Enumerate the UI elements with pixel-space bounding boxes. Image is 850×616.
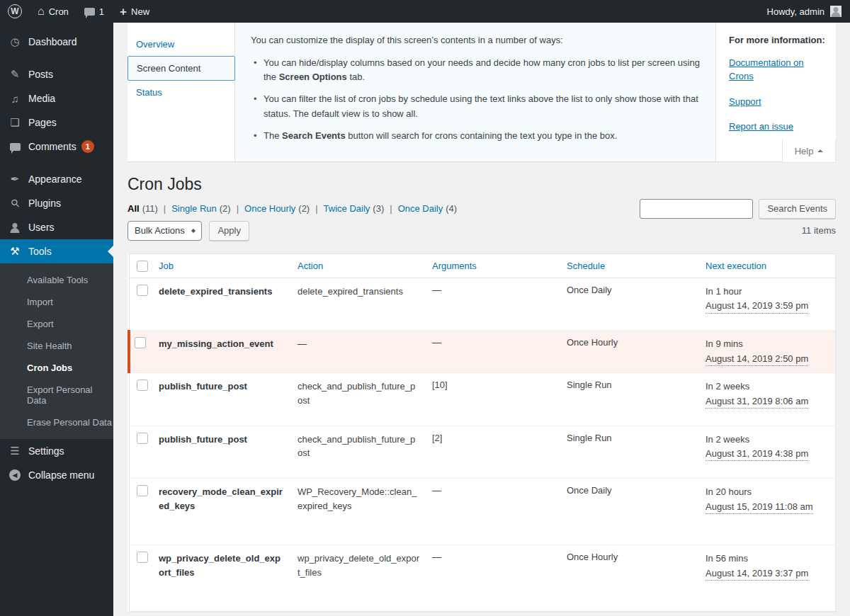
new-label: New: [131, 6, 149, 17]
next-execution-cell: In 20 hoursAugust 15, 2019 11:08 am: [699, 479, 836, 545]
filter-link[interactable]: Twice Daily: [324, 203, 370, 214]
sidebar-item-tools[interactable]: ⚒Tools: [0, 239, 113, 263]
bulk-actions-select[interactable]: Bulk Actions: [128, 221, 202, 241]
row-checkbox[interactable]: [135, 337, 146, 348]
apply-button[interactable]: Apply: [209, 221, 249, 241]
row-checkbox[interactable]: [137, 433, 148, 444]
sidebar-item-media[interactable]: ♫Media: [0, 86, 113, 110]
next-execution-relative: In 2 weeks: [706, 433, 829, 447]
help-link-documentation-on-crons[interactable]: Documentation on Crons: [729, 57, 804, 82]
column-header-arguments[interactable]: Arguments: [426, 253, 560, 278]
help-tab-status[interactable]: Status: [128, 81, 234, 104]
next-execution-cell: In 9 minsAugust 14, 2019 2:50 pm: [699, 331, 836, 373]
sidebar-item-users[interactable]: Users: [0, 215, 113, 239]
filter-link[interactable]: Single Run: [171, 203, 217, 214]
schedule-cell: Once Hourly: [560, 331, 699, 373]
column-header-schedule[interactable]: Schedule: [560, 253, 699, 278]
site-name-label: Cron: [49, 6, 69, 17]
new-content-menu[interactable]: + New: [112, 0, 157, 23]
admin-sidebar: ◷Dashboard✎Posts♫Media❏PagesComments1✒Ap…: [0, 23, 113, 616]
next-execution-date: August 15, 2019 11:08 am: [706, 501, 813, 514]
help-bullet: You can hide/display columns based on yo…: [251, 56, 700, 84]
arguments-cell: —: [426, 278, 560, 331]
sidebar-item-dashboard[interactable]: ◷Dashboard: [0, 30, 113, 54]
comments-count: 1: [99, 6, 104, 17]
row-checkbox-cell: [129, 373, 152, 426]
schedule-cell: Once Hourly: [560, 545, 699, 612]
help-toggle-button[interactable]: Help: [782, 139, 836, 163]
submenu-item-cron-jobs[interactable]: Cron Jobs: [0, 357, 113, 379]
filter-link[interactable]: Once Daily: [398, 203, 443, 214]
action-cell: wp_privacy_delete_old_export_files: [291, 545, 426, 612]
admin-bar-left: W ⌂ Cron 1 + New: [0, 0, 157, 23]
next-execution-relative: In 20 hours: [706, 485, 829, 499]
row-checkbox[interactable]: [137, 285, 148, 296]
help-link-report-an-issue[interactable]: Report an issue: [729, 121, 793, 132]
site-name-menu[interactable]: ⌂ Cron: [30, 0, 76, 23]
sidebar-item-collapse-menu[interactable]: ◀Collapse menu: [0, 463, 113, 487]
wordpress-logo-menu[interactable]: W: [0, 0, 30, 23]
cron-job-row: publish_future_postcheck_and_publish_fut…: [129, 373, 836, 426]
help-toggle-arrow-icon: [817, 147, 823, 152]
submenu-item-available-tools[interactable]: Available Tools: [0, 269, 113, 291]
help-tab-label: Status: [136, 87, 162, 98]
action-cell: delete_expired_transients: [291, 278, 426, 331]
howdy-account-menu[interactable]: Howdy, admin: [767, 6, 824, 17]
row-checkbox[interactable]: [137, 380, 148, 391]
sidebar-item-appearance[interactable]: ✒Appearance: [0, 167, 113, 191]
submenu-item-import[interactable]: Import: [0, 291, 113, 313]
search-events-button[interactable]: Search Events: [759, 199, 836, 219]
help-tab-label: Overview: [136, 39, 174, 50]
arguments-cell: —: [426, 479, 560, 545]
schedule-cell: Once Daily: [560, 278, 699, 331]
sidebar-item-pages[interactable]: ❏Pages: [0, 110, 113, 135]
row-checkbox[interactable]: [137, 485, 148, 496]
help-link-support[interactable]: Support: [729, 96, 761, 107]
help-tab-label: Screen Content: [137, 63, 200, 74]
submenu-item-export[interactable]: Export: [0, 313, 113, 335]
sidebar-item-label: Tools: [28, 246, 52, 257]
submenu-item-export-personal-data[interactable]: Export Personal Data: [0, 379, 113, 411]
pages-icon: ❏: [7, 116, 23, 129]
sidebar-item-plugins[interactable]: ⚲Plugins: [0, 191, 113, 215]
submenu-item-erase-personal-data[interactable]: Erase Personal Data: [0, 411, 113, 433]
column-header-job[interactable]: Job: [152, 253, 291, 278]
user-avatar[interactable]: [830, 6, 842, 17]
filter-link[interactable]: Once Hourly: [244, 203, 295, 214]
select-all-cell: [129, 253, 152, 278]
row-checkbox[interactable]: [137, 552, 148, 563]
search-input[interactable]: [640, 199, 753, 219]
select-all-checkbox[interactable]: [137, 261, 148, 272]
sidebar-item-label: Pages: [28, 117, 57, 128]
sidebar-item-comments[interactable]: Comments1: [0, 135, 113, 159]
help-sidebar-links: Documentation on CronsSupportReport an i…: [729, 56, 827, 134]
column-header-next-execution[interactable]: Next execution: [699, 253, 836, 278]
row-checkbox-cell: [129, 545, 152, 612]
select-arrows-icon: [191, 227, 196, 235]
next-execution-relative: In 2 weeks: [706, 380, 829, 394]
next-execution-cell: In 1 hourAugust 14, 2019 3:59 pm: [699, 278, 836, 331]
submenu-item-site-health[interactable]: Site Health: [0, 335, 113, 357]
job-cell: recovery_mode_clean_expired_keys: [152, 479, 291, 545]
help-intro: You can customize the display of this sc…: [251, 33, 700, 47]
schedule-cell: Single Run: [560, 426, 699, 479]
sidebar-item-posts[interactable]: ✎Posts: [0, 62, 113, 86]
filter-link[interactable]: All: [128, 203, 140, 214]
cron-jobs-table: JobActionArgumentsScheduleNext execution…: [128, 253, 836, 612]
help-tab-overview[interactable]: Overview: [128, 33, 234, 56]
cron-job-row: wp_privacy_delete_old_export_fileswp_pri…: [129, 545, 836, 612]
next-execution-date: August 14, 2019 3:37 pm: [706, 567, 808, 581]
job-name: publish_future_post: [159, 381, 247, 392]
action-name: WP_Recovery_Mode::clean_expired_keys: [298, 486, 416, 511]
help-tab-screen-content[interactable]: Screen Content: [128, 56, 235, 81]
column-header-action[interactable]: Action: [291, 253, 426, 278]
filter-once-daily: Once Daily(4): [398, 203, 457, 214]
sidebar-item-label: Plugins: [28, 198, 61, 209]
sidebar-item-label: Settings: [28, 445, 64, 457]
sidebar-item-settings[interactable]: ☰Settings: [0, 439, 113, 463]
action-name: —: [298, 338, 307, 349]
cron-job-row: delete_expired_transientsdelete_expired_…: [129, 278, 836, 331]
tools-submenu: Available ToolsImportExportSite HealthCr…: [0, 263, 113, 439]
admin-bar-comments[interactable]: 1: [76, 0, 112, 23]
filter-all: All(11)|: [128, 203, 171, 214]
